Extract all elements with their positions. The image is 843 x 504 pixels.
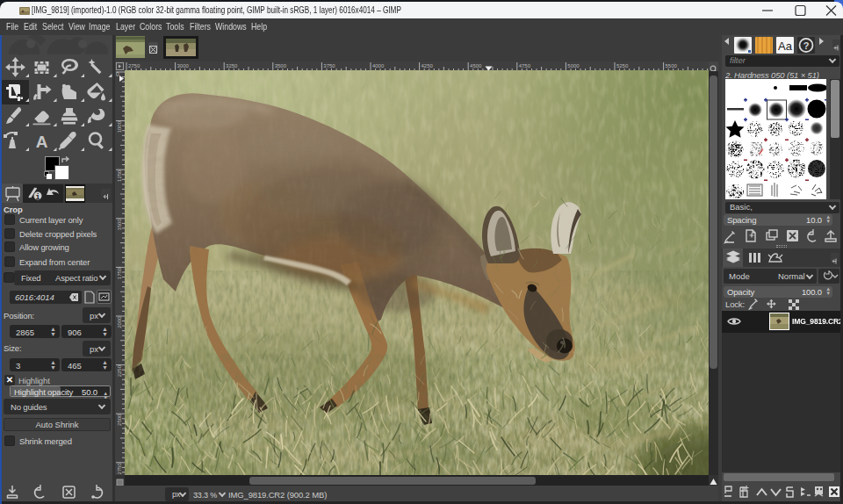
svg-text:1500: 1500: [117, 219, 122, 231]
svg-text:i: i: [35, 193, 40, 202]
svg-text:3250: 3250: [226, 63, 238, 68]
svg-text:4750: 4750: [519, 63, 531, 68]
svg-text:4500: 4500: [470, 63, 482, 68]
svg-text:0: 0: [116, 71, 119, 77]
svg-text:2500: 2500: [117, 414, 122, 426]
svg-text:1000: 1000: [117, 120, 122, 133]
svg-text:5250: 5250: [616, 63, 629, 68]
svg-text:Aa: Aa: [778, 40, 793, 53]
svg-text:3500: 3500: [275, 63, 287, 68]
svg-text:5500: 5500: [666, 63, 678, 68]
svg-text:3000: 3000: [177, 63, 190, 68]
svg-text:2250: 2250: [117, 364, 122, 377]
svg-text:3750: 3750: [323, 63, 335, 68]
svg-text:2000: 2000: [117, 316, 122, 328]
svg-text:2750: 2750: [128, 63, 140, 68]
svg-text:A: A: [36, 133, 48, 151]
svg-text:2750: 2750: [117, 463, 122, 475]
svg-text:1250: 1250: [117, 169, 122, 182]
svg-text:4250: 4250: [422, 63, 434, 68]
svg-text:5000: 5000: [567, 63, 580, 68]
svg-text:4000: 4000: [372, 63, 385, 68]
svg-text:1750: 1750: [117, 267, 122, 279]
svg-text:?: ?: [803, 40, 810, 51]
